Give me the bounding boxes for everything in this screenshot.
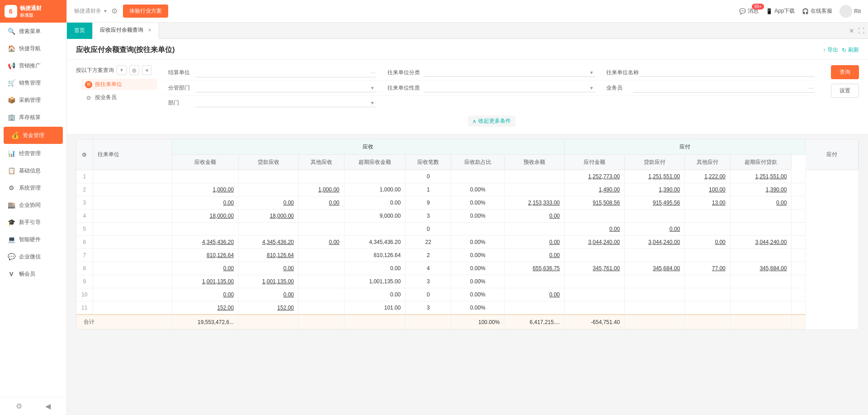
window-close-icon[interactable]: ✕ [849, 27, 854, 34]
cell-link[interactable]: 0.00 [776, 200, 787, 206]
cell-link[interactable]: 100.00 [709, 186, 726, 193]
cell-link[interactable]: 1,251,551.00 [648, 173, 680, 180]
sidebar-item-vip[interactable]: V 畅会员 [0, 265, 66, 282]
cell-link[interactable]: 2,153,333.00 [528, 200, 560, 206]
cell-link[interactable]: 0.00 [283, 265, 294, 272]
tab-home[interactable]: 首页 [67, 23, 93, 39]
partner-name-input[interactable] [639, 68, 815, 76]
settings-btn[interactable]: 设置 [831, 84, 859, 98]
salesperson-dots[interactable]: ··· [807, 83, 815, 92]
cell-link[interactable]: 1,390.00 [659, 186, 680, 193]
cell-link[interactable]: 18,000.00 [210, 213, 234, 219]
cell-link[interactable]: 3,044,240.00 [648, 239, 680, 245]
cell-link[interactable]: 0.00 [283, 291, 294, 298]
cell-link[interactable]: 915,495.56 [653, 200, 680, 206]
cell-link[interactable]: 810,126.64 [267, 252, 294, 258]
sidebar-item-enterprise[interactable]: 🏬 企业协同 [0, 196, 66, 214]
cell-link[interactable]: 1,222.00 [704, 173, 726, 180]
cell-link[interactable]: 810,126.64 [207, 252, 234, 258]
cell-link[interactable]: 1,001,135.00 [202, 278, 234, 285]
online-service-btn[interactable]: 🎧 在线客服 [802, 7, 832, 15]
filter-by-staff[interactable]: ⊙ 按业务员 [81, 92, 157, 103]
cell-link[interactable]: 152.00 [217, 305, 234, 311]
sidebar-item-guide[interactable]: 🎓 新手引导 [0, 214, 66, 231]
cell-link[interactable]: 1,490.00 [599, 186, 620, 193]
sidebar-item-hardware[interactable]: 💻 智能硬件 [0, 231, 66, 248]
trial-btn[interactable]: 体验行业方案 [123, 5, 168, 18]
sidebar-item-system[interactable]: ⚙ 系统管理 [0, 179, 66, 196]
cell-link[interactable]: 4,345,436.20 [262, 239, 294, 245]
cell-link[interactable]: 4,345,436.20 [202, 239, 234, 245]
app-download-btn[interactable]: 📱 App下载 [766, 7, 795, 15]
cell-link[interactable]: 0.00 [549, 213, 560, 219]
cell-link[interactable]: 345,761.00 [593, 265, 620, 272]
sidebar-item-search-menu[interactable]: 🔍 搜索菜单 [0, 23, 66, 40]
sidebar-item-inventory[interactable]: 🏢 库存核算 [0, 109, 66, 126]
sidebar-item-operations[interactable]: 📊 经营管理 [0, 145, 66, 162]
cell-link[interactable]: 915,508.56 [593, 200, 620, 206]
cell-link[interactable]: 18,000.00 [270, 213, 294, 219]
cell-link[interactable]: 0.00 [609, 226, 620, 232]
message-btn[interactable]: 💬 消息 99+ [739, 7, 759, 15]
cell-link[interactable]: 0.00 [549, 239, 560, 245]
cell-link[interactable]: 0.00 [715, 239, 725, 245]
user-btn[interactable]: Rit [840, 5, 861, 18]
cell-link[interactable]: 655,636.75 [533, 265, 560, 272]
cell-link[interactable]: 0.00 [223, 200, 234, 206]
sidebar-item-sales[interactable]: 🛒 销售管理 [0, 74, 66, 91]
cell-link[interactable]: 1,251,551.00 [755, 173, 787, 180]
sidebar-item-basic[interactable]: 📋 基础信息 [0, 162, 66, 179]
filter-collapse-btn[interactable]: « [142, 65, 152, 75]
tab-close-icon[interactable]: ✕ [148, 28, 151, 33]
dept-select[interactable] [195, 84, 377, 92]
breadcrumb: 畅捷通财务 ▼ [74, 7, 108, 15]
cell-link[interactable]: 0.00 [549, 252, 560, 258]
cell-link[interactable]: 345,684.00 [760, 265, 787, 272]
cell-link[interactable]: 1,001,135.00 [262, 278, 294, 285]
cell-link[interactable]: 3,044,240.00 [588, 239, 620, 245]
sidebar-item-wechat[interactable]: 💬 企业微信 [0, 248, 66, 265]
filter-settings-btn[interactable]: ◎ [129, 65, 139, 75]
cell-link[interactable]: 345,684.00 [653, 265, 680, 272]
th-settings[interactable]: ⚙ [76, 139, 93, 170]
cell-link[interactable]: 0.00 [329, 239, 339, 245]
department-select[interactable] [195, 99, 377, 107]
cell-link[interactable]: 77.00 [712, 265, 726, 272]
topbar-settings-icon[interactable]: ⚙ [111, 7, 118, 15]
table-settings-icon[interactable]: ⚙ [82, 152, 87, 158]
salesperson-input[interactable] [633, 84, 807, 92]
export-btn[interactable]: ↑ 导出 [823, 46, 838, 54]
cell-link[interactable]: 13.00 [712, 200, 726, 206]
sidebar-item-purchase[interactable]: 📦 采购管理 [0, 91, 66, 109]
settlement-unit-dots[interactable]: ··· [369, 68, 377, 77]
table-row: 500.000.00 [76, 223, 859, 236]
window-maximize-icon[interactable]: ⛶ [858, 27, 864, 34]
cell-link[interactable]: 0.00 [223, 265, 234, 272]
refresh-btn[interactable]: ↻ 刷新 [842, 46, 859, 54]
filter-add-btn[interactable]: + [117, 65, 127, 75]
cell-link[interactable]: 3,044,240.00 [755, 239, 787, 245]
partner-category-select[interactable] [424, 68, 596, 76]
cell-link[interactable]: 0.00 [549, 291, 560, 298]
filter-by-partner[interactable]: 财 按往来单位 [81, 79, 157, 90]
sidebar-item-quick-nav[interactable]: 🏠 快捷导航 [0, 40, 66, 57]
cell-link[interactable]: 1,390.00 [766, 186, 787, 193]
sidebar-item-marketing[interactable]: 📢 营销推广 [0, 57, 66, 74]
cell-link[interactable]: 152.00 [277, 305, 294, 311]
cell-link[interactable]: 1,000.00 [212, 186, 234, 193]
tab-ar-ap-query[interactable]: 应收应付余额查询 ✕ [93, 23, 159, 39]
sidebar-item-finance[interactable]: 💰 资金管理 [4, 127, 63, 144]
cell-link[interactable]: 0.00 [329, 200, 339, 206]
collapse-sidebar-icon[interactable]: ◀ [45, 402, 51, 410]
partner-nature-select[interactable] [424, 84, 596, 92]
settings-bottom-icon[interactable]: ⚙ [16, 402, 22, 410]
collapse-conditions-btn[interactable]: ∧ 收起更多条件 [468, 115, 515, 127]
settlement-unit-input[interactable] [195, 68, 369, 76]
cell-link[interactable]: 0.00 [670, 226, 680, 232]
query-btn[interactable]: 查询 [831, 65, 859, 79]
footer-ar-total[interactable]: 19,553,472,6... [172, 315, 239, 329]
cell-link[interactable]: 1,000.00 [318, 186, 340, 193]
cell-link[interactable]: 0.00 [223, 291, 234, 298]
cell-link[interactable]: 0.00 [283, 200, 294, 206]
cell-link[interactable]: 1,252,773.00 [588, 173, 620, 180]
